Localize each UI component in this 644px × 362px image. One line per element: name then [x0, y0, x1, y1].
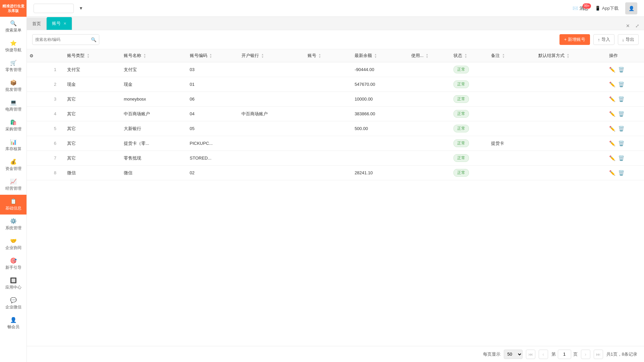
col-account-type[interactable]: 账号类型 ▲▼	[64, 49, 121, 62]
tab-account[interactable]: 账号 ✕	[47, 17, 72, 30]
table-container: ⚙ 账号类型 ▲▼ 账号名称 ▲▼ 账号编码 ▲▼	[27, 49, 644, 346]
import-icon: ↑	[598, 37, 600, 42]
delete-btn[interactable]: 🗑️	[618, 111, 625, 117]
row-account-no	[305, 62, 352, 77]
col-remark[interactable]: 备注 ▲▼	[488, 49, 535, 62]
tab-maximize-btn[interactable]: ⤢	[633, 22, 641, 30]
edit-btn[interactable]: ✏️	[609, 96, 615, 102]
delete-btn[interactable]: 🗑️	[618, 67, 625, 73]
col-default-payment[interactable]: 默认结算方式 ▲▼	[536, 49, 606, 62]
edit-btn[interactable]: ✏️	[609, 111, 615, 117]
row-code: 02	[187, 166, 239, 180]
app-download-btn[interactable]: 📱 App下载	[595, 5, 619, 11]
row-index: 3	[46, 92, 64, 107]
search-button[interactable]: 🔍	[88, 34, 99, 45]
row-name: 大新银行	[121, 121, 187, 136]
tab-actions: ✕ ⤢	[624, 22, 644, 30]
first-page-btn[interactable]: ⏮	[526, 350, 535, 359]
row-default-payment	[536, 136, 606, 151]
header-dropdown[interactable]: ▼	[79, 6, 83, 11]
edit-btn[interactable]: ✏️	[609, 81, 615, 87]
delete-btn[interactable]: 🗑️	[618, 155, 625, 161]
sidebar-item-app-center[interactable]: 🔲 应用中心	[0, 274, 27, 294]
header-search-input[interactable]	[34, 4, 74, 13]
col-account-code[interactable]: 账号编码 ▲▼	[187, 49, 239, 62]
table-row: 5 其它 大新银行 05 500.00 正常 ✏️ 🗑️	[27, 121, 644, 136]
row-status: 正常	[451, 121, 488, 136]
sidebar-item-ecommerce[interactable]: 💻 电商管理	[0, 96, 27, 116]
sidebar-item-finance[interactable]: 💰 资金管理	[0, 155, 27, 175]
cart-icon: 🛒	[10, 60, 17, 66]
sidebar-item-search[interactable]: 🔍 搜索菜单	[0, 17, 27, 37]
row-remark	[488, 166, 535, 180]
message-badge: 99+	[583, 3, 591, 9]
search-input[interactable]	[33, 37, 88, 42]
sidebar-item-inventory[interactable]: 📊 库存核算	[0, 135, 27, 155]
sidebar-item-quick-nav[interactable]: ⭐ 快捷导航	[0, 37, 27, 56]
sidebar-item-purchase[interactable]: 🛍️ 采购管理	[0, 116, 27, 135]
delete-btn[interactable]: 🗑️	[618, 96, 625, 102]
row-account-no	[305, 77, 352, 92]
per-page-select[interactable]: 50 100 200	[504, 350, 523, 359]
col-account-name[interactable]: 账号名称 ▲▼	[121, 49, 187, 62]
last-page-btn[interactable]: ⏭	[594, 350, 603, 359]
row-default-payment	[536, 107, 606, 121]
row-settings	[27, 121, 46, 136]
delete-btn[interactable]: 🗑️	[618, 81, 625, 87]
row-default-payment	[536, 92, 606, 107]
row-account-no	[305, 107, 352, 121]
gear-icon: ⚙️	[10, 218, 17, 224]
row-code: 01	[187, 77, 239, 92]
row-usage	[409, 136, 451, 151]
edit-btn[interactable]: ✏️	[609, 170, 615, 176]
pagination: 每页显示 50 100 200 ⏮ ‹ 第 页 › ⏭ 共1页，8条记录	[27, 346, 644, 362]
avatar[interactable]: 👤	[625, 2, 637, 14]
delete-btn[interactable]: 🗑️	[618, 140, 625, 146]
sidebar-item-wholesale[interactable]: 📦 批发管理	[0, 76, 27, 96]
col-settings[interactable]: ⚙	[27, 49, 46, 62]
edit-btn[interactable]: ✏️	[609, 155, 615, 161]
prev-page-btn[interactable]: ‹	[539, 350, 548, 359]
row-bank	[239, 136, 305, 151]
content-area: 🔍 + 新增账号 ↑ 导入 ↓ 导出	[27, 30, 644, 362]
row-code: 04	[187, 107, 239, 121]
sidebar-item-basic[interactable]: 📋 基础信息	[0, 195, 27, 215]
delete-btn[interactable]: 🗑️	[618, 126, 625, 132]
sidebar-item-system[interactable]: ⚙️ 系统管理	[0, 215, 27, 234]
export-button[interactable]: ↓ 导出	[618, 34, 639, 45]
row-remark	[488, 77, 535, 92]
tab-home[interactable]: 首页	[27, 18, 47, 30]
import-button[interactable]: ↑ 导入	[593, 34, 614, 45]
trend-icon: 📈	[10, 178, 17, 185]
tab-close-icon[interactable]: ✕	[63, 21, 66, 26]
add-account-button[interactable]: + 新增账号	[559, 34, 590, 45]
user-icon: 👤	[10, 317, 17, 323]
toolbar-right: + 新增账号 ↑ 导入 ↓ 导出	[559, 34, 639, 45]
col-usage[interactable]: 使用... ▲▼	[409, 49, 451, 62]
edit-btn[interactable]: ✏️	[609, 67, 615, 73]
row-usage	[409, 92, 451, 107]
next-page-btn[interactable]: ›	[581, 350, 590, 359]
sidebar-item-wechat[interactable]: 💬 企业微信	[0, 294, 27, 313]
tab-close-all-btn[interactable]: ✕	[624, 22, 632, 30]
edit-btn[interactable]: ✏️	[609, 126, 615, 132]
sidebar-item-member[interactable]: 👤 畅会员	[0, 313, 27, 333]
table-row: 3 其它 moneybosx 06 10000.00 正常 ✏️ 🗑️	[27, 92, 644, 107]
row-account-no	[305, 121, 352, 136]
table-row: 6 其它 提货卡（零... PICKUPC... 正常 提货卡 ✏️ 🗑️	[27, 136, 644, 151]
sidebar-item-operation[interactable]: 📈 经营管理	[0, 175, 27, 195]
sidebar-item-guide[interactable]: 🎯 新手引导	[0, 254, 27, 274]
col-status[interactable]: 状态 ▲▼	[451, 49, 488, 62]
row-balance: 28241.10	[352, 166, 409, 180]
col-balance[interactable]: 最新余额 ▲▼	[352, 49, 409, 62]
sidebar-item-retail[interactable]: 🛒 零售管理	[0, 56, 27, 76]
row-settings	[27, 136, 46, 151]
col-account-no[interactable]: 账号 ▲▼	[305, 49, 352, 62]
delete-btn[interactable]: 🗑️	[618, 170, 625, 176]
top-header: ▼ ✉️ 消息 99+ 📱 App下载 👤	[27, 0, 644, 17]
edit-btn[interactable]: ✏️	[609, 140, 615, 146]
page-input[interactable]	[558, 350, 571, 359]
message-btn[interactable]: ✉️ 消息 99+	[573, 5, 588, 11]
col-bank[interactable]: 开户银行 ▲▼	[239, 49, 305, 62]
sidebar-item-enterprise[interactable]: 🤝 企业协同	[0, 234, 27, 254]
